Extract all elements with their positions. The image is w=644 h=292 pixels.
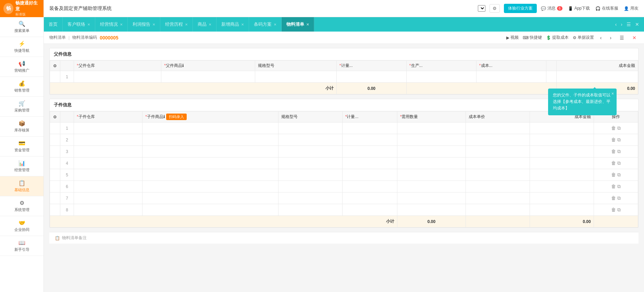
delete-icon-1[interactable]: 🗑 bbox=[611, 125, 616, 131]
copy-icon-6[interactable]: ⧉ bbox=[617, 184, 621, 189]
tab-history[interactable]: 经营历程✕ bbox=[160, 17, 193, 32]
copy-icon-7[interactable]: ⧉ bbox=[617, 195, 621, 201]
single-setup-button[interactable]: ⚙ 单据设置 bbox=[573, 35, 594, 40]
child-row5-unit[interactable] bbox=[342, 169, 397, 181]
tab-goods[interactable]: 商品✕ bbox=[193, 17, 216, 32]
sidebar-item-guide[interactable]: 📖 新手引导 bbox=[0, 236, 44, 256]
tab-close-barcode[interactable]: ✕ bbox=[274, 23, 276, 26]
child-row4-goods[interactable] bbox=[143, 157, 278, 169]
nav-prev-button[interactable]: ‹ bbox=[613, 22, 619, 27]
child-row7-unit-cost[interactable] bbox=[466, 192, 530, 204]
tab-close-operation[interactable]: ✕ bbox=[120, 23, 123, 26]
delete-icon-8[interactable]: 🗑 bbox=[611, 207, 616, 213]
sub-list-button[interactable]: ☰ bbox=[618, 35, 626, 40]
sidebar-item-system[interactable]: ⚙ 系统管理 bbox=[0, 196, 44, 216]
parent-row1-cost[interactable] bbox=[476, 71, 546, 83]
tab-close-customer[interactable]: ✕ bbox=[87, 23, 90, 26]
child-row8-goods[interactable] bbox=[143, 204, 278, 216]
child-row5-unit-cost[interactable] bbox=[466, 169, 530, 181]
tab-home[interactable]: 首页 bbox=[44, 17, 63, 32]
child-row8-spec[interactable] bbox=[278, 204, 342, 216]
child-col-settings[interactable]: ⚙ bbox=[50, 112, 60, 122]
message-button[interactable]: 💬 消息 6 bbox=[541, 5, 562, 11]
sidebar-item-inventory[interactable]: 📦 库存核算 bbox=[0, 117, 44, 137]
nav-menu-button[interactable]: ☰ bbox=[624, 22, 633, 27]
copy-icon-5[interactable]: ⧉ bbox=[617, 172, 621, 178]
child-row1-warehouse[interactable] bbox=[74, 122, 143, 134]
child-row4-unit[interactable] bbox=[342, 157, 397, 169]
system-select[interactable] bbox=[478, 5, 485, 12]
child-row6-unit[interactable] bbox=[342, 181, 397, 192]
extract-cost-button[interactable]: 💲 提取成本 bbox=[546, 35, 569, 40]
child-row3-spec[interactable] bbox=[278, 146, 342, 157]
child-row1-qty[interactable] bbox=[397, 122, 466, 134]
tab-close-history[interactable]: ✕ bbox=[185, 23, 188, 26]
sub-close-button[interactable]: ✕ bbox=[630, 35, 639, 40]
child-row2-unit-cost[interactable] bbox=[466, 134, 530, 146]
child-row5-spec[interactable] bbox=[278, 169, 342, 181]
child-row3-goods[interactable] bbox=[143, 146, 278, 157]
sidebar-item-finance[interactable]: 💳 资金管理 bbox=[0, 137, 44, 156]
child-row2-warehouse[interactable] bbox=[74, 134, 143, 146]
child-row6-goods[interactable] bbox=[143, 181, 278, 192]
child-row3-warehouse[interactable] bbox=[74, 146, 143, 157]
sub-prev-button[interactable]: ‹ bbox=[598, 35, 604, 40]
scan-button[interactable]: 扫码录入 bbox=[166, 114, 187, 120]
parent-row1-unit[interactable] bbox=[336, 71, 406, 83]
child-row2-spec[interactable] bbox=[278, 134, 342, 146]
child-row1-unit[interactable] bbox=[342, 122, 397, 134]
view-video-button[interactable]: ▶ 视频 bbox=[506, 35, 519, 40]
sidebar-item-operations[interactable]: 📊 经营管理 bbox=[0, 156, 44, 176]
shortcut-button[interactable]: ⌨ 快捷键 bbox=[523, 35, 542, 40]
delete-icon-5[interactable]: 🗑 bbox=[611, 172, 616, 178]
child-row8-warehouse[interactable] bbox=[74, 204, 143, 216]
child-row6-warehouse[interactable] bbox=[74, 181, 143, 192]
copy-icon-2[interactable]: ⧉ bbox=[617, 137, 621, 143]
copy-icon-8[interactable]: ⧉ bbox=[617, 207, 621, 213]
child-row2-goods[interactable] bbox=[143, 134, 278, 146]
experience-button[interactable]: 体验行业方案 bbox=[504, 4, 537, 13]
sidebar-item-search[interactable]: 🔍 搜索菜单 bbox=[0, 17, 44, 37]
sidebar-item-marketing[interactable]: 📢 营销推广 bbox=[0, 57, 44, 77]
child-row3-unit-cost[interactable] bbox=[466, 146, 530, 157]
child-row5-qty[interactable] bbox=[397, 169, 466, 181]
sub-next-button[interactable]: › bbox=[608, 35, 614, 40]
sidebar-item-purchase[interactable]: 🛒 采购管理 bbox=[0, 97, 44, 117]
copy-icon-1[interactable]: ⧉ bbox=[617, 125, 621, 131]
child-row7-unit[interactable] bbox=[342, 192, 397, 204]
tab-barcode[interactable]: 条码方案✕ bbox=[249, 17, 282, 32]
tab-close-goods[interactable]: ✕ bbox=[209, 23, 211, 26]
child-row2-qty[interactable] bbox=[397, 134, 466, 146]
child-row1-spec[interactable] bbox=[278, 122, 342, 134]
parent-row1-spec[interactable] bbox=[255, 71, 336, 83]
delete-icon-6[interactable]: 🗑 bbox=[611, 184, 616, 189]
copy-icon-4[interactable]: ⧉ bbox=[617, 160, 621, 166]
child-row2-unit[interactable] bbox=[342, 134, 397, 146]
nav-next-button[interactable]: › bbox=[619, 22, 624, 27]
tab-operation[interactable]: 经营情况✕ bbox=[95, 17, 128, 32]
app-download-button[interactable]: 📱 App下载 bbox=[568, 5, 590, 11]
child-row6-unit-cost[interactable] bbox=[466, 181, 530, 192]
tab-profit[interactable]: 利润报告✕ bbox=[128, 17, 160, 32]
tab-new_goods[interactable]: 新增商品✕ bbox=[216, 17, 249, 32]
copy-icon-3[interactable]: ⧉ bbox=[617, 149, 621, 154]
child-row3-unit[interactable] bbox=[342, 146, 397, 157]
child-row4-qty[interactable] bbox=[397, 157, 466, 169]
tab-bom[interactable]: 物料清单✕ bbox=[282, 17, 314, 32]
child-row7-warehouse[interactable] bbox=[74, 192, 143, 204]
parent-row1-production[interactable] bbox=[406, 71, 476, 83]
tab-close-new_goods[interactable]: ✕ bbox=[241, 23, 244, 26]
delete-icon-2[interactable]: 🗑 bbox=[611, 137, 616, 143]
tooltip-close-button[interactable]: × bbox=[611, 91, 614, 97]
tab-customer[interactable]: 客户联络✕ bbox=[63, 17, 95, 32]
parent-row1-goods[interactable] bbox=[161, 71, 255, 83]
online-service-button[interactable]: 🎧 在线客服 bbox=[595, 5, 618, 11]
child-row7-qty[interactable] bbox=[397, 192, 466, 204]
child-row6-qty[interactable] bbox=[397, 181, 466, 192]
settings-button[interactable]: ⚙ bbox=[490, 4, 500, 13]
child-row3-qty[interactable] bbox=[397, 146, 466, 157]
breadcrumb-current[interactable]: 物料清单 bbox=[49, 35, 66, 40]
tab-close-profit[interactable]: ✕ bbox=[152, 23, 155, 26]
child-row8-unit[interactable] bbox=[342, 204, 397, 216]
child-row5-goods[interactable] bbox=[143, 169, 278, 181]
